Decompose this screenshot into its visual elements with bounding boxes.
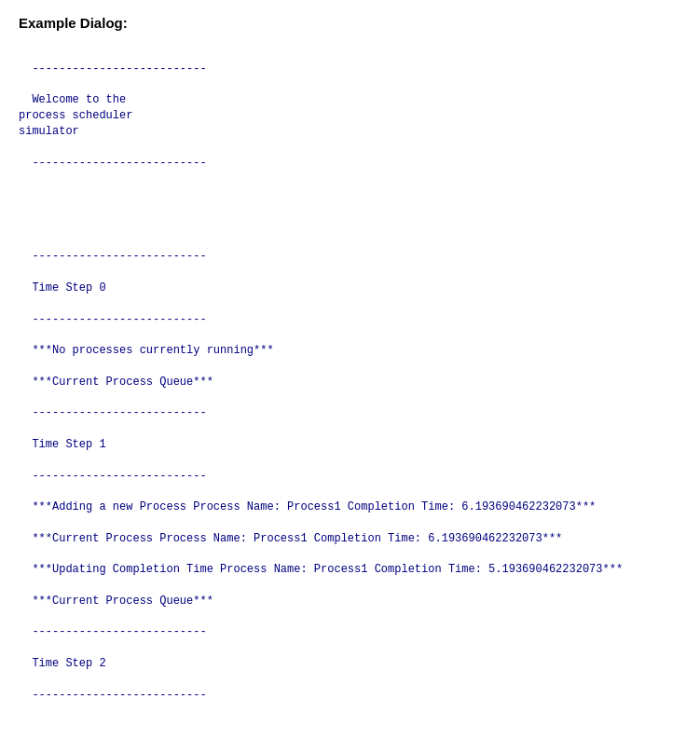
timestep-0-label: Time Step 0 <box>32 281 105 294</box>
timestep-1-label: Time Step 1 <box>32 438 105 451</box>
separator-2: -------------------------- <box>32 250 206 263</box>
current-process1-a: ***Current Process Process Name: Process… <box>32 532 562 545</box>
content-area: -------------------------- Welcome to th… <box>19 46 681 739</box>
separator-3: -------------------------- <box>32 313 206 326</box>
welcome-text: Welcome to theprocess schedulersimulator <box>19 93 132 138</box>
separator-5: -------------------------- <box>32 470 206 483</box>
separator-0: -------------------------- <box>32 62 206 75</box>
no-processes: ***No processes currently running*** <box>32 344 273 357</box>
timestep-2-label: Time Step 2 <box>32 657 105 670</box>
page-title: Example Dialog: <box>19 15 681 31</box>
separator-1: -------------------------- <box>32 157 206 170</box>
add-process1: ***Adding a new Process Process Name: Pr… <box>32 500 596 513</box>
current-queue-1: ***Current Process Queue*** <box>32 595 213 608</box>
separator-4: -------------------------- <box>32 406 206 419</box>
separator-7: -------------------------- <box>32 689 206 702</box>
current-queue-0: ***Current Process Queue*** <box>32 376 213 389</box>
update-process1-a: ***Updating Completion Time Process Name… <box>32 563 623 576</box>
separator-6: -------------------------- <box>32 625 206 638</box>
